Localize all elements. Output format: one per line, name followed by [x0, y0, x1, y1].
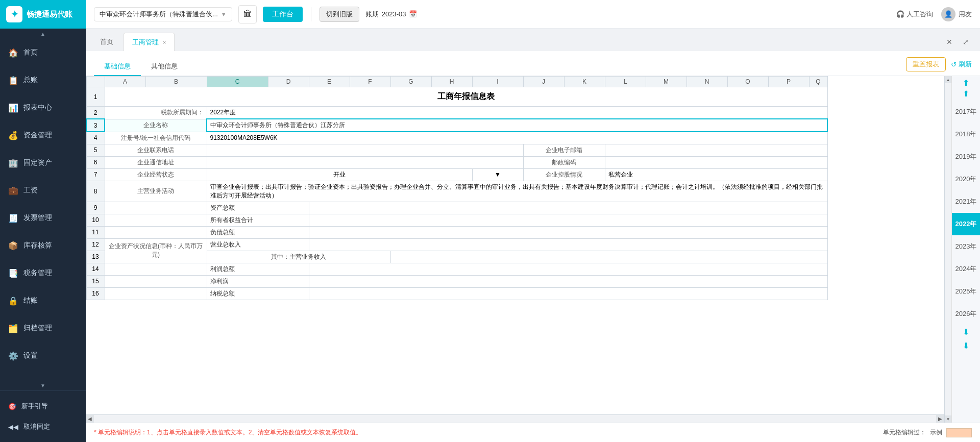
- year-2019[interactable]: 2019年: [952, 145, 980, 168]
- cell-9-value[interactable]: [309, 202, 827, 214]
- table-row: 12 企业资产状况信息(币种：人民币万元) 营业总收入: [86, 238, 827, 251]
- col-header-P[interactable]: P: [768, 77, 809, 87]
- company-manage-icon-btn[interactable]: 🏛: [238, 5, 257, 23]
- year-2021[interactable]: 2021年: [952, 190, 980, 213]
- year-nav-up2-icon[interactable]: ⬆: [963, 89, 969, 99]
- sidebar-unpin[interactable]: ◀◀ 取消固定: [0, 416, 86, 437]
- cell-14-value[interactable]: [309, 263, 827, 275]
- col-header-Q[interactable]: Q: [809, 77, 827, 87]
- scroll-down-btn[interactable]: ▼: [945, 415, 951, 423]
- sidebar-scroll-up-btn[interactable]: ▲: [0, 29, 86, 39]
- cell-6-addr[interactable]: [207, 156, 523, 168]
- close-window-btn[interactable]: ✕: [943, 36, 955, 48]
- window-controls: ✕ ⤢: [943, 36, 980, 51]
- cell-12-value[interactable]: [309, 238, 827, 251]
- cell-4-value[interactable]: 91320100MA208E5W6K: [207, 132, 827, 144]
- sidebar-newbie-guide[interactable]: 🎯 新手引导: [0, 396, 86, 416]
- sidebar-item-ledger[interactable]: 📋 总账: [0, 66, 86, 94]
- reset-report-button[interactable]: 重置报表: [906, 57, 946, 71]
- title-cell[interactable]: 工商年报信息表: [105, 87, 827, 107]
- col-header-F[interactable]: F: [350, 77, 390, 87]
- cell-7-dropdown-arrow[interactable]: ▼: [472, 168, 523, 181]
- tab-close-icon[interactable]: ×: [163, 39, 166, 45]
- scroll-up-btn[interactable]: ▲: [945, 76, 951, 83]
- year-2023[interactable]: 2023年: [952, 235, 980, 258]
- scroll-right-btn[interactable]: ▶: [936, 415, 944, 423]
- sidebar-item-home[interactable]: 🏠 首页: [0, 39, 86, 66]
- row-num-9: 9: [86, 202, 105, 214]
- year-nav-down-icon[interactable]: ⬇: [963, 325, 969, 339]
- cell-7-holding[interactable]: 私营企业: [605, 168, 827, 181]
- col-header-H[interactable]: H: [431, 77, 472, 87]
- cell-10-value[interactable]: [309, 214, 827, 226]
- calendar-icon[interactable]: 📅: [409, 10, 417, 18]
- old-version-button[interactable]: 切到旧版: [320, 7, 359, 22]
- maximize-window-btn[interactable]: ⤢: [960, 36, 972, 48]
- company-dropdown-arrow-icon: ▼: [221, 11, 227, 17]
- service-button[interactable]: 🎧 人工咨询: [896, 10, 933, 19]
- year-2025[interactable]: 2025年: [952, 280, 980, 303]
- sidebar-item-invoice[interactable]: 🧾 发票管理: [0, 204, 86, 232]
- year-2024[interactable]: 2024年: [952, 258, 980, 280]
- sidebar-item-report[interactable]: 📊 报表中心: [0, 94, 86, 121]
- vertical-scrollbar[interactable]: ▲ ▼: [944, 76, 951, 423]
- col-header-O[interactable]: O: [727, 77, 768, 87]
- sidebar-item-archive[interactable]: 🗂️ 归档管理: [0, 314, 86, 342]
- col-header-J[interactable]: J: [523, 77, 564, 87]
- col-header-E[interactable]: E: [309, 77, 350, 87]
- company-selector[interactable]: 中审众环会计师事务所（特殊普通合伙... ▼: [94, 7, 232, 21]
- col-header-A[interactable]: A: [105, 77, 145, 87]
- year-2020[interactable]: 2020年: [952, 168, 980, 190]
- col-header-G[interactable]: G: [390, 77, 431, 87]
- cell-7-status[interactable]: 开业: [207, 168, 472, 181]
- sidebar-scroll-down-btn[interactable]: ▼: [0, 380, 86, 390]
- cell-8-business[interactable]: 审查企业会计报表；出具审计报告；验证企业资本；出具验资报告；办理企业合并、分立、…: [207, 181, 827, 202]
- col-header-C[interactable]: C: [207, 77, 268, 87]
- cell-11-value[interactable]: [309, 226, 827, 238]
- scroll-left-btn[interactable]: ◀: [86, 415, 94, 423]
- sidebar-item-assets[interactable]: 🏢 固定资产: [0, 149, 86, 177]
- cell-16-group: [105, 287, 207, 300]
- workbench-button[interactable]: 工作台: [263, 7, 303, 22]
- year-nav-down2-icon[interactable]: ⬇: [963, 339, 969, 353]
- year-2018[interactable]: 2018年: [952, 123, 980, 145]
- refresh-button[interactable]: ↺ 刷新: [951, 60, 972, 69]
- year-2022[interactable]: 2022年: [952, 213, 980, 235]
- sidebar-item-tax[interactable]: 📑 税务管理: [0, 259, 86, 287]
- sidebar-item-fund[interactable]: 💰 资金管理: [0, 121, 86, 149]
- cell-5-phone[interactable]: [207, 144, 523, 156]
- sidebar-item-salary[interactable]: 💼 工资: [0, 177, 86, 204]
- cell-16-value[interactable]: [309, 287, 827, 300]
- year-nav-up-icon[interactable]: ⬆: [963, 78, 969, 88]
- col-header-D[interactable]: D: [268, 77, 309, 87]
- year-2017[interactable]: 2017年: [952, 101, 980, 123]
- spreadsheet-table-wrapper[interactable]: A B C D E F G H I J: [86, 76, 944, 414]
- sub-tab-basic-info[interactable]: 基础信息: [94, 58, 141, 76]
- sub-tab-actions: 重置报表 ↺ 刷新: [906, 57, 972, 76]
- col-header-M[interactable]: M: [646, 77, 687, 87]
- sidebar-item-label: 税务管理: [23, 268, 52, 278]
- sidebar-item-close[interactable]: 🔒 结账: [0, 287, 86, 314]
- cell-2-value[interactable]: 2022年度: [207, 107, 827, 119]
- scroll-track[interactable]: [94, 415, 936, 423]
- year-2026[interactable]: 2026年: [952, 303, 980, 325]
- cell-6-postal[interactable]: [605, 156, 827, 168]
- tab-home[interactable]: 首页: [92, 33, 121, 51]
- scroll-track-vert[interactable]: [945, 83, 951, 415]
- tab-business-management[interactable]: 工商管理 ×: [124, 33, 175, 51]
- col-header-N[interactable]: N: [687, 77, 727, 87]
- sidebar-item-inventory[interactable]: 📦 库存核算: [0, 232, 86, 259]
- cell-5-email[interactable]: [605, 144, 827, 156]
- sidebar-items-list: 🏠 首页 📋 总账 📊 报表中心 💰 资金管理 🏢 固定资产 💼 工资: [0, 39, 86, 380]
- cell-13-value[interactable]: [390, 251, 827, 263]
- sub-tab-other-info[interactable]: 其他信息: [141, 58, 188, 76]
- col-header-I[interactable]: I: [472, 77, 523, 87]
- cell-3-value[interactable]: 中审众环会计师事务所（特殊普通合伙）江苏分所: [207, 119, 827, 132]
- cell-15-value[interactable]: [309, 275, 827, 287]
- user-menu[interactable]: 👤 用友: [941, 7, 972, 21]
- col-header-L[interactable]: L: [605, 77, 646, 87]
- col-header-K[interactable]: K: [564, 77, 605, 87]
- col-header-B[interactable]: B: [145, 77, 207, 87]
- sidebar-item-settings[interactable]: ⚙️ 设置: [0, 342, 86, 370]
- horizontal-scrollbar[interactable]: ◀ ▶: [86, 414, 944, 423]
